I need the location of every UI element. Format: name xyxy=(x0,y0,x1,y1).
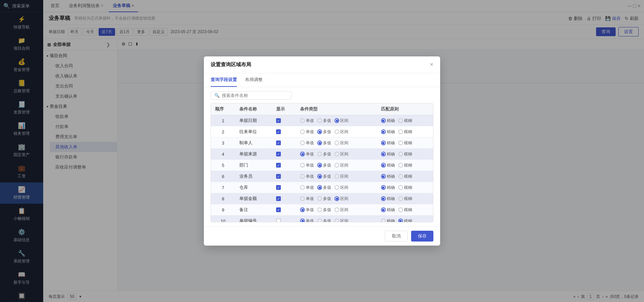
checkbox-3[interactable] xyxy=(276,141,281,145)
match-option-1-精确[interactable]: 精确 xyxy=(381,118,395,124)
match-option-4-精确[interactable]: 精确 xyxy=(381,151,395,157)
match-option-9-精确[interactable]: 精确 xyxy=(381,207,395,213)
type-option-3-区间[interactable]: 区间 xyxy=(334,140,348,146)
row-match-5[interactable]: 精确模糊 xyxy=(377,160,433,171)
checkbox-9[interactable] xyxy=(276,207,281,212)
row-type-8[interactable]: 单值多值区间 xyxy=(296,193,377,204)
type-option-4-单值[interactable]: 单值 xyxy=(300,151,314,157)
row-type-1[interactable]: 单值多值区间 xyxy=(296,115,377,126)
row-match-4[interactable]: 精确模糊 xyxy=(377,149,433,160)
row-show-5[interactable] xyxy=(272,160,296,171)
row-show-1[interactable] xyxy=(272,115,296,126)
type-option-1-多值[interactable]: 多值 xyxy=(317,118,331,124)
type-option-10-单值[interactable]: 单值 xyxy=(300,218,314,223)
match-option-2-模糊[interactable]: 模糊 xyxy=(398,129,412,135)
match-circle xyxy=(398,152,403,156)
row-show-9[interactable] xyxy=(272,204,296,216)
type-option-9-单值[interactable]: 单值 xyxy=(300,207,314,213)
type-option-7-单值[interactable]: 单值 xyxy=(300,185,314,191)
row-type-3[interactable]: 单值多值区间 xyxy=(296,137,377,149)
match-option-10-精确[interactable]: 精确 xyxy=(381,218,395,223)
match-option-6-精确[interactable]: 精确 xyxy=(381,174,395,179)
row-show-8[interactable] xyxy=(272,193,296,204)
match-option-6-模糊[interactable]: 模糊 xyxy=(398,174,412,179)
type-option-8-多值[interactable]: 多值 xyxy=(317,196,331,202)
match-option-10-模糊[interactable]: 模糊 xyxy=(398,218,412,223)
type-option-5-多值[interactable]: 多值 xyxy=(317,162,331,168)
checkbox-10[interactable] xyxy=(276,219,281,222)
row-show-10[interactable] xyxy=(272,216,296,223)
type-option-1-区间[interactable]: 区间 xyxy=(334,118,348,124)
type-option-9-多值[interactable]: 多值 xyxy=(317,207,331,213)
type-option-10-区间[interactable]: 区间 xyxy=(334,218,348,223)
row-match-7[interactable]: 精确模糊 xyxy=(377,182,433,193)
checkbox-8[interactable] xyxy=(276,196,281,201)
row-type-2[interactable]: 单值多值区间 xyxy=(296,126,377,137)
match-option-7-模糊[interactable]: 模糊 xyxy=(398,185,412,191)
row-show-2[interactable] xyxy=(272,126,296,137)
row-match-6[interactable]: 精确模糊 xyxy=(377,171,433,182)
type-option-7-区间[interactable]: 区间 xyxy=(334,185,348,191)
type-option-6-单值[interactable]: 单值 xyxy=(300,174,314,179)
row-show-3[interactable] xyxy=(272,137,296,149)
type-option-6-多值[interactable]: 多值 xyxy=(317,174,331,179)
modal-tab-查询字段设置[interactable]: 查询字段设置 xyxy=(211,73,237,87)
row-match-9[interactable]: 精确模糊 xyxy=(377,204,433,216)
type-option-8-区间[interactable]: 区间 xyxy=(334,196,348,202)
row-show-6[interactable] xyxy=(272,171,296,182)
row-match-8[interactable]: 精确模糊 xyxy=(377,193,433,204)
radio-label-区间: 区间 xyxy=(340,207,348,213)
type-option-8-单值[interactable]: 单值 xyxy=(300,196,314,202)
row-match-2[interactable]: 精确模糊 xyxy=(377,126,433,137)
checkbox-4[interactable] xyxy=(276,152,281,156)
type-option-1-单值[interactable]: 单值 xyxy=(300,118,314,124)
row-show-4[interactable] xyxy=(272,149,296,160)
modal-close-button[interactable]: × xyxy=(430,61,433,68)
type-option-7-多值[interactable]: 多值 xyxy=(317,185,331,191)
row-type-7[interactable]: 单值多值区间 xyxy=(296,182,377,193)
modal-tab-布局调整[interactable]: 布局调整 xyxy=(245,73,263,87)
type-option-5-区间[interactable]: 区间 xyxy=(334,162,348,168)
checkbox-6[interactable] xyxy=(276,174,281,179)
condition-search-box[interactable]: 🔍 xyxy=(211,91,292,100)
match-option-8-模糊[interactable]: 模糊 xyxy=(398,196,412,202)
row-type-6[interactable]: 单值多值区间 xyxy=(296,171,377,182)
type-option-2-单值[interactable]: 单值 xyxy=(300,129,314,135)
row-type-4[interactable]: 单值多值区间 xyxy=(296,149,377,160)
type-option-2-多值[interactable]: 多值 xyxy=(317,129,331,135)
row-match-10[interactable]: 精确模糊 xyxy=(377,216,433,223)
save-confirm-button[interactable]: 保存 xyxy=(411,231,433,242)
condition-search-input[interactable] xyxy=(222,93,288,98)
checkbox-1[interactable] xyxy=(276,118,281,123)
match-option-8-精确[interactable]: 精确 xyxy=(381,196,395,202)
type-option-4-多值[interactable]: 多值 xyxy=(317,151,331,157)
row-type-5[interactable]: 单值多值区间 xyxy=(296,160,377,171)
match-option-9-模糊[interactable]: 模糊 xyxy=(398,207,412,213)
row-match-1[interactable]: 精确模糊 xyxy=(377,115,433,126)
type-option-3-多值[interactable]: 多值 xyxy=(317,140,331,146)
row-type-10[interactable]: 单值多值区间 xyxy=(296,216,377,223)
type-option-5-单值[interactable]: 单值 xyxy=(300,162,314,168)
type-option-2-区间[interactable]: 区间 xyxy=(334,129,348,135)
checkbox-5[interactable] xyxy=(276,163,281,168)
match-option-5-模糊[interactable]: 模糊 xyxy=(398,162,412,168)
match-option-2-精确[interactable]: 精确 xyxy=(381,129,395,135)
type-option-9-区间[interactable]: 区间 xyxy=(334,207,348,213)
type-option-4-区间[interactable]: 区间 xyxy=(334,151,348,157)
row-show-7[interactable] xyxy=(272,182,296,193)
match-option-4-模糊[interactable]: 模糊 xyxy=(398,151,412,157)
match-option-3-精确[interactable]: 精确 xyxy=(381,140,395,146)
match-option-5-精确[interactable]: 精确 xyxy=(381,162,395,168)
row-type-9[interactable]: 单值多值区间 xyxy=(296,204,377,216)
type-option-10-多值[interactable]: 多值 xyxy=(317,218,331,223)
match-option-1-模糊[interactable]: 模糊 xyxy=(398,118,412,124)
cancel-button[interactable]: 取消 xyxy=(385,231,408,242)
checkbox-7[interactable] xyxy=(276,185,281,190)
match-option-3-模糊[interactable]: 模糊 xyxy=(398,140,412,146)
row-match-3[interactable]: 精确模糊 xyxy=(377,137,433,149)
match-option-7-精确[interactable]: 精确 xyxy=(381,185,395,191)
type-option-6-区间[interactable]: 区间 xyxy=(334,174,348,179)
checkbox-2[interactable] xyxy=(276,129,281,134)
radio-label-单值: 单值 xyxy=(306,118,314,124)
type-option-3-单值[interactable]: 单值 xyxy=(300,140,314,146)
